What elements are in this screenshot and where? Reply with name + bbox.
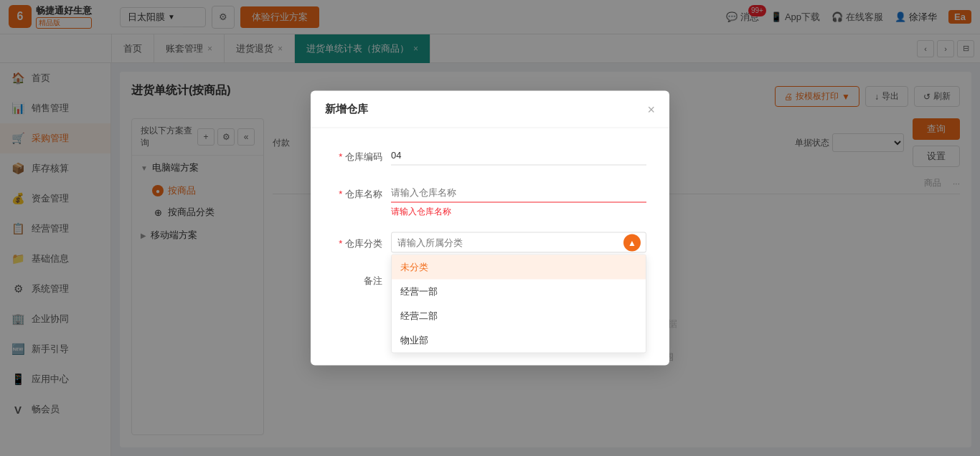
modal-body: 仓库编码 仓库名称 请输入仓库名称 仓库分类 ▲ bbox=[311, 128, 669, 318]
warehouse-code-input[interactable] bbox=[391, 146, 646, 166]
dropdown-option-dept2[interactable]: 经营二部 bbox=[392, 304, 646, 328]
modal-title: 新增仓库 bbox=[325, 103, 368, 116]
dropdown-option-property[interactable]: 物业部 bbox=[392, 328, 646, 353]
category-dropdown: ▲ 未分类 经营一部 经营二部 物业部 bbox=[391, 232, 646, 253]
category-field-wrapper: ▲ 未分类 经营一部 经营二部 物业部 bbox=[391, 232, 646, 253]
category-label: 仓库分类 bbox=[334, 232, 391, 255]
dropdown-toggle-button[interactable]: ▲ bbox=[623, 234, 641, 251]
chevron-up-icon: ▲ bbox=[628, 237, 636, 247]
code-field-wrapper bbox=[391, 146, 646, 166]
modal-header: 新增仓库 × bbox=[311, 91, 669, 128]
category-input[interactable] bbox=[391, 232, 646, 253]
dropdown-option-uncategorized[interactable]: 未分类 bbox=[392, 255, 646, 280]
name-field-wrapper: 请输入仓库名称 bbox=[391, 183, 646, 218]
modal-close-button[interactable]: × bbox=[647, 103, 655, 115]
form-row-name: 仓库名称 请输入仓库名称 bbox=[334, 183, 646, 218]
category-dropdown-list: 未分类 经营一部 经营二部 物业部 bbox=[391, 255, 646, 353]
new-warehouse-modal: 新增仓库 × 仓库编码 仓库名称 请输入仓库名称 仓库分类 bbox=[311, 91, 669, 366]
form-row-category: 仓库分类 ▲ 未分类 经营一部 经营二部 物业部 bbox=[334, 232, 646, 255]
notes-label: 备注 bbox=[334, 270, 391, 293]
form-row-code: 仓库编码 bbox=[334, 146, 646, 168]
code-label: 仓库编码 bbox=[334, 146, 391, 168]
name-label: 仓库名称 bbox=[334, 183, 391, 206]
dropdown-option-dept1[interactable]: 经营一部 bbox=[392, 280, 646, 304]
warehouse-name-input[interactable] bbox=[391, 183, 646, 203]
name-error-message: 请输入仓库名称 bbox=[391, 206, 646, 218]
